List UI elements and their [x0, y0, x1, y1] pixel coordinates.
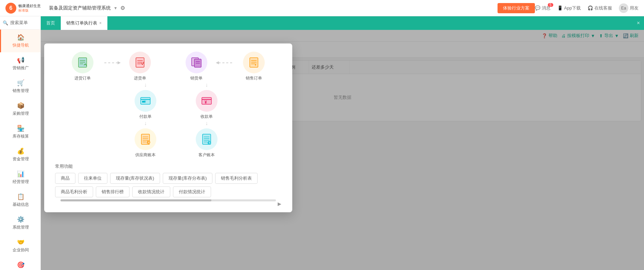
modal-scrollbar[interactable]	[60, 199, 276, 201]
sidebar-item-basic-info[interactable]: 📋 基础信息	[0, 189, 40, 212]
purchase-icon: 📦	[17, 102, 24, 109]
sidebar-item-purchase[interactable]: 📦 采购管理	[0, 98, 40, 121]
purchase-order-circle	[72, 52, 93, 73]
flow-item-sales-order[interactable]: ¥ 销售订单	[232, 52, 276, 81]
tab-close-right[interactable]: ×	[633, 16, 644, 30]
flow-item-purchase-order[interactable]: 进货订单	[60, 52, 104, 81]
svg-text:¥: ¥	[144, 100, 146, 104]
cooperation-label: 企业协同	[13, 247, 29, 253]
system-label: 系统管理	[13, 224, 29, 230]
user-label: 用友	[630, 5, 639, 11]
app-icon: 📱	[557, 5, 563, 11]
flow-item-sales-bill[interactable]: 销货单	[174, 52, 218, 81]
modal-overlay[interactable]: 进货订单	[41, 30, 644, 270]
guide-icon: 🎯	[17, 261, 24, 269]
top-header: 6 畅康通好生意 标准版 装备及固定资产辅助管理系统 ▼ ⚙ 体验行业方案 💬 …	[0, 0, 644, 16]
sales-order-label: 销售订单	[246, 75, 262, 81]
supplier-ledger-label: 供应商账本	[135, 152, 156, 158]
svg-text:账: 账	[147, 141, 150, 144]
user-avatar: Ea	[619, 3, 628, 13]
func-btn-payment-stat[interactable]: 付款情况统计	[173, 186, 211, 197]
sidebar-item-cooperation[interactable]: 🤝 企业协同	[0, 234, 40, 257]
basic-info-icon: 📋	[17, 193, 24, 200]
flow-item-customer-ledger[interactable]: 客 客户账本	[183, 128, 230, 158]
down-arrow-pay: ↓	[122, 120, 169, 127]
modal-content: 进货订单	[44, 43, 292, 212]
common-functions: 常用功能 商品 往来单位 现存量(库存状况表) 现存量(库存分布表) 销售毛利分…	[55, 163, 281, 197]
logo-icon: 6	[5, 3, 16, 14]
sales-bill-label: 销货单	[190, 75, 203, 81]
operation-icon: 📊	[17, 170, 24, 178]
sidebar-item-system[interactable]: ⚙️ 系统管理	[0, 212, 40, 234]
modal-scroll-thumb	[60, 199, 211, 201]
app-label: App下载	[564, 5, 581, 11]
sidebar-item-guide[interactable]: 🎯 新手引导	[0, 257, 40, 270]
func-btn-partner[interactable]: 往来单位	[78, 173, 107, 184]
common-functions-title: 常用功能	[55, 163, 281, 169]
func-buttons-grid: 商品 往来单位 现存量(库存状况表) 现存量(库存分布表) 销售毛利分析表 商品…	[55, 173, 281, 197]
logo-area: 6 畅康通好生意 标准版	[5, 3, 46, 14]
func-btn-stock-status[interactable]: 现存量(库存状况表)	[110, 173, 160, 184]
payment-label: 付款单	[139, 114, 152, 120]
message-icon-item[interactable]: 💬 消息 5	[535, 5, 551, 11]
experience-btn[interactable]: 体验行业方案	[498, 3, 535, 13]
flow-item-receipt[interactable]: ¥ 收款单	[183, 90, 230, 120]
arrow-down-row-2: ↓ ↓	[55, 120, 281, 127]
sidebar-item-finance[interactable]: 💰 资金管理	[0, 143, 40, 166]
func-btn-sales-rank[interactable]: 销售排行榜	[96, 186, 129, 197]
message-icon: 💬	[535, 5, 540, 11]
sidebar-item-inventory[interactable]: 🏪 库存核算	[0, 121, 40, 143]
sales-order-exec-label: 销售订单执行表	[66, 20, 97, 26]
user-item[interactable]: Ea 用友	[619, 3, 639, 13]
online-service-item[interactable]: 🎧 在线客服	[588, 5, 612, 11]
dropdown-arrow-icon[interactable]: ▼	[114, 6, 118, 11]
down-arrow-sb: ↓	[183, 81, 230, 89]
sidebar-item-quick-nav[interactable]: 🏠 快捷导航	[0, 30, 40, 52]
search-menu[interactable]: 🔍 搜索菜单	[0, 16, 40, 30]
tab-sales-order-exec[interactable]: 销售订单执行表 ×	[61, 16, 107, 30]
func-btn-receipt-stat[interactable]: 收款情况统计	[132, 186, 170, 197]
svg-text:¥: ¥	[205, 100, 207, 105]
main-content: 首页 销售订单执行表 × × ❓ 帮助 🖨 按模板打印 ▼ ⬆ 导出 ▼	[41, 16, 644, 270]
quick-nav-label: 快捷导航	[13, 42, 29, 48]
sales-order-circle: ¥	[243, 52, 265, 73]
tab-close-icon[interactable]: ×	[99, 21, 102, 25]
down-arrow-pb: ↓	[122, 81, 169, 89]
arrow-down-row: ↓ ↓	[55, 81, 281, 89]
sidebar-item-marketing[interactable]: 📢 营销推广	[0, 52, 40, 75]
arrow-so-to-sb	[219, 62, 232, 71]
func-btn-product[interactable]: 商品	[55, 173, 75, 184]
svg-rect-12	[250, 58, 258, 67]
operation-label: 经营管理	[13, 179, 29, 185]
func-btn-sales-profit[interactable]: 销售毛利分析表	[215, 173, 258, 184]
tab-home[interactable]: 首页	[41, 16, 61, 30]
sidebar: 🔍 搜索菜单 🏠 快捷导航 📢 营销推广 🛒 销售管理 📦 采购管理 🏪 库存核…	[0, 16, 41, 270]
system-icon: ⚙️	[17, 216, 24, 223]
func-btn-product-profit[interactable]: 商品毛利分析	[55, 186, 93, 197]
inventory-icon: 🏪	[17, 125, 24, 132]
dashed-line-2	[219, 62, 232, 63]
service-label: 在线客服	[594, 5, 612, 11]
svg-text:¥: ¥	[254, 63, 257, 67]
message-badge: 5	[548, 3, 553, 7]
flow-item-supplier-ledger[interactable]: 账 供应商账本	[122, 128, 169, 158]
system-name-label: 装备及固定资产辅助管理系统	[49, 5, 111, 11]
modal-box: 进货订单	[44, 43, 292, 212]
marketing-label: 营销推广	[13, 65, 29, 71]
search-icon: 🔍	[3, 20, 8, 25]
service-icon: 🎧	[588, 5, 593, 11]
func-btn-stock-dist[interactable]: 现存量(库存分布表)	[163, 173, 213, 184]
sidebar-item-operation[interactable]: 📊 经营管理	[0, 166, 40, 189]
marketing-icon: 📢	[17, 56, 24, 64]
svg-rect-0	[79, 58, 87, 67]
sidebar-item-sales[interactable]: 🛒 销售管理	[0, 75, 40, 98]
gear-icon[interactable]: ⚙	[120, 5, 125, 11]
receipt-circle: ¥	[196, 90, 217, 112]
scroll-right-arrow[interactable]: ▶	[278, 201, 281, 206]
app-download-item[interactable]: 📱 App下载	[557, 5, 581, 11]
sales-label: 销售管理	[13, 88, 29, 94]
flow-item-purchase-bill[interactable]: 进货单	[118, 52, 162, 81]
flow-row-2: ¥ 付款单 ¥	[55, 90, 281, 120]
search-menu-label: 搜索菜单	[10, 20, 28, 26]
flow-item-payment[interactable]: ¥ 付款单	[122, 90, 169, 120]
